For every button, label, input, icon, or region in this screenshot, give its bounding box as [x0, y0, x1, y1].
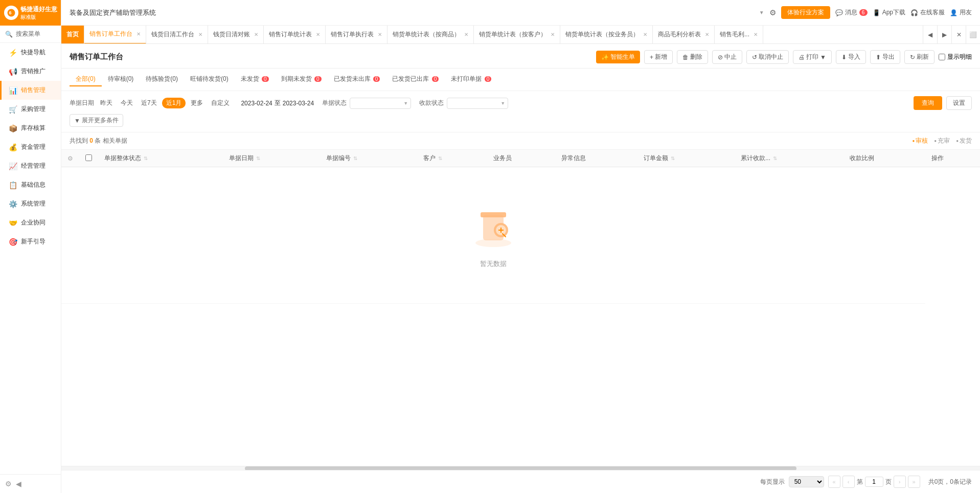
- add-button[interactable]: + 新增: [644, 50, 673, 64]
- tab-close-icon[interactable]: ✕: [464, 32, 468, 37]
- sidebar-item-sales[interactable]: 📊 销售管理: [0, 81, 61, 100]
- column-settings[interactable]: ⚙: [61, 150, 79, 167]
- filter-tab-wangpu[interactable]: 旺铺待发货(0): [184, 73, 235, 86]
- horizontal-scrollbar[interactable]: [61, 466, 980, 470]
- sidebar-item-quick[interactable]: ⚡ 快捷导航: [0, 43, 61, 62]
- tab-next-button[interactable]: ▶: [937, 26, 951, 44]
- payment-select[interactable]: [447, 98, 508, 109]
- tab-sales-summary-customer[interactable]: 销货单统计表（按客户） ✕: [474, 26, 560, 44]
- tab-sales-summary-staff[interactable]: 销货单统计表（按业务员） ✕: [560, 26, 653, 44]
- first-page-button[interactable]: «: [828, 476, 840, 488]
- per-page-select[interactable]: 50 10 20 100: [789, 476, 824, 487]
- tab-cash-daily[interactable]: 钱货日清工作台 ✕: [146, 26, 208, 44]
- query-button[interactable]: 查询: [914, 96, 942, 110]
- sidebar-item-operation[interactable]: 📈 经营管理: [0, 156, 61, 175]
- revoke-link[interactable]: 充审: [934, 137, 950, 145]
- filter-tab-overdue[interactable]: 到期未发货 0: [275, 73, 328, 86]
- tab-close-icon[interactable]: ✕: [378, 32, 382, 37]
- sidebar-item-inventory[interactable]: 📦 库存核算: [0, 119, 61, 138]
- expand-conditions-button[interactable]: ▼ 展开更多条件: [70, 114, 123, 127]
- tab-cash-account[interactable]: 钱货日清对账 ✕: [208, 26, 264, 44]
- filter-tab-pending-check[interactable]: 待拣验货(0): [140, 73, 184, 86]
- tab-close-icon[interactable]: ✕: [643, 32, 647, 37]
- sidebar-item-purchase[interactable]: 🛒 采购管理: [0, 100, 61, 119]
- cancel-stop-button[interactable]: ↺ 取消中止: [746, 50, 789, 64]
- last-page-button[interactable]: »: [908, 476, 920, 488]
- tab-close-icon[interactable]: ✕: [136, 31, 141, 37]
- sidebar-item-system[interactable]: ⚙️ 系统管理: [0, 194, 61, 213]
- date-btn-today[interactable]: 今天: [118, 98, 136, 108]
- show-detail-checkbox[interactable]: [939, 54, 945, 60]
- filter-tab-not-printed[interactable]: 未打印单据 0: [445, 73, 497, 86]
- filter-tab-not-shipped[interactable]: 未发货 0: [235, 73, 275, 86]
- filter-tab-shipped-not-out[interactable]: 已发货未出库 0: [328, 73, 386, 86]
- sort-status-icon[interactable]: ⇅: [144, 155, 148, 161]
- tab-sales-summary-product[interactable]: 销货单统计表（按商品） ✕: [388, 26, 474, 44]
- date-btn-custom[interactable]: 自定义: [208, 98, 233, 108]
- tab-close-icon[interactable]: ✕: [254, 32, 258, 37]
- count-unit: 条 相关单据: [95, 137, 127, 144]
- delete-button[interactable]: 🗑 删除: [677, 50, 708, 64]
- refresh-button[interactable]: ↻ 刷新: [904, 50, 935, 64]
- tab-home[interactable]: 首页: [61, 26, 84, 44]
- sort-customer-icon[interactable]: ⇅: [438, 155, 442, 161]
- sort-date-icon[interactable]: ⇅: [256, 155, 260, 161]
- collapse-sidebar-button[interactable]: ◀: [16, 480, 21, 488]
- next-page-button[interactable]: ›: [894, 476, 906, 488]
- filter-tab-shipped-out[interactable]: 已发货已出库 0: [386, 73, 445, 86]
- online-service-btn[interactable]: 🎧 在线客服: [910, 8, 945, 17]
- date-btn-7days[interactable]: 近7天: [138, 98, 160, 108]
- sidebar-item-finance[interactable]: 💰 资金管理: [0, 138, 61, 156]
- tab-sales-order[interactable]: 销售订单工作台 ✕: [84, 26, 146, 44]
- tab-sales-stat[interactable]: 销售订单统计表 ✕: [264, 26, 326, 44]
- system-dropdown-arrow[interactable]: ▼: [759, 10, 764, 15]
- set-button[interactable]: 设置: [946, 96, 972, 110]
- sort-amount-icon[interactable]: ⇅: [671, 155, 675, 161]
- scrollbar-thumb[interactable]: [245, 466, 796, 470]
- print-button[interactable]: 🖨 打印 ▼: [793, 50, 832, 64]
- show-detail-checkbox-label[interactable]: 显示明细: [939, 53, 972, 61]
- sidebar-item-basic[interactable]: 📋 基础信息: [0, 175, 61, 194]
- column-actions: 操作: [925, 150, 980, 167]
- date-btn-yesterday[interactable]: 昨天: [97, 98, 116, 108]
- industry-btn[interactable]: 体验行业方案: [781, 6, 830, 19]
- settings-bottom-button[interactable]: ⚙: [5, 480, 12, 488]
- tab-maximize-button[interactable]: ⬜: [966, 26, 980, 44]
- tab-goods-profit[interactable]: 商品毛利分析表 ✕: [653, 26, 715, 44]
- tab-close-icon[interactable]: ✕: [551, 32, 555, 37]
- message-btn[interactable]: 💬 消息 6: [835, 8, 868, 17]
- date-btn-more[interactable]: 更多: [188, 98, 206, 108]
- import-button[interactable]: ⬇ 导入: [836, 50, 866, 64]
- smart-generate-button[interactable]: ✨ 智能生单: [596, 51, 640, 63]
- date-btn-1month[interactable]: 近1月: [162, 98, 186, 108]
- page-number-input[interactable]: [865, 477, 883, 487]
- export-button[interactable]: ⬆ 导出: [870, 50, 900, 64]
- tab-sales-exec[interactable]: 销售订单执行表 ✕: [326, 26, 388, 44]
- sidebar-search-item[interactable]: 🔍 搜索菜单: [0, 26, 61, 43]
- sidebar-bottom: ⚙ ◀: [0, 474, 61, 493]
- status-select[interactable]: [350, 98, 411, 109]
- app-download-btn[interactable]: 📱 App下载: [873, 8, 905, 17]
- tab-close-icon[interactable]: ✕: [754, 32, 758, 37]
- tab-prev-button[interactable]: ◀: [923, 26, 937, 44]
- approve-link[interactable]: 审核: [912, 137, 928, 145]
- sidebar-item-enterprise[interactable]: 🤝 企业协同: [0, 213, 61, 232]
- tab-sales-summary-staff-label: 销货单统计表（按业务员）: [565, 30, 639, 39]
- tab-sales-more[interactable]: 销售毛利... ✕: [715, 26, 763, 44]
- stop-button[interactable]: ⊘ 中止: [712, 50, 742, 64]
- select-all-checkbox[interactable]: [85, 154, 92, 161]
- ship-link[interactable]: 发货: [956, 137, 972, 145]
- sidebar-item-guide[interactable]: 🎯 新手引导: [0, 232, 61, 251]
- sidebar-item-marketing[interactable]: 📢 营销推广: [0, 62, 61, 81]
- prev-page-button[interactable]: ‹: [842, 476, 855, 488]
- filter-tab-pending[interactable]: 待审核(0): [102, 73, 140, 86]
- user-btn[interactable]: 👤 用友: [950, 8, 972, 17]
- tab-close-all-button[interactable]: ✕: [951, 26, 966, 44]
- filter-tab-all[interactable]: 全部(0): [70, 73, 102, 86]
- sort-collected-icon[interactable]: ⇅: [773, 155, 777, 161]
- settings-icon-button[interactable]: ⚙: [769, 8, 776, 17]
- tab-close-icon[interactable]: ✕: [316, 32, 320, 37]
- tab-close-icon[interactable]: ✕: [198, 32, 202, 37]
- tab-close-icon[interactable]: ✕: [705, 32, 709, 37]
- sort-number-icon[interactable]: ⇅: [353, 155, 357, 161]
